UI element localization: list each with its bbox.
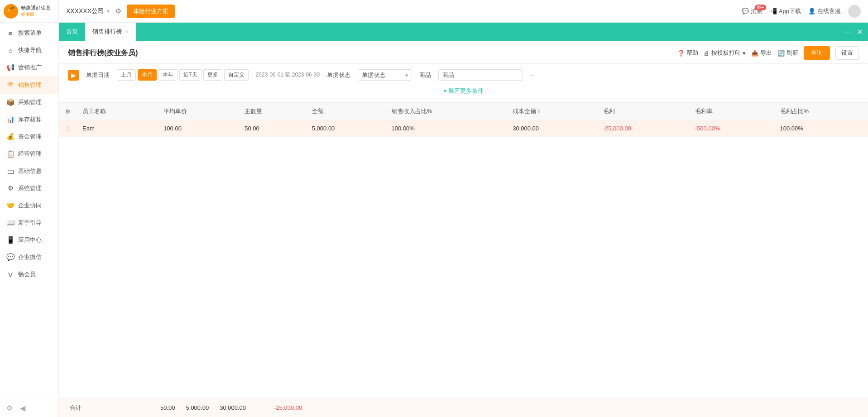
- online-service-button[interactable]: 👤 在线客服: [808, 7, 841, 15]
- trial-button[interactable]: 体验行业方案: [127, 5, 175, 18]
- sidebar-item-marketing[interactable]: 📢 营销推广: [0, 59, 58, 76]
- date-btn-last-month[interactable]: 上月: [117, 69, 136, 81]
- date-btn-this-month[interactable]: 本月: [138, 69, 157, 81]
- system-icon: ⚙: [6, 184, 14, 192]
- goods-label: 商品: [419, 71, 431, 79]
- sidebar-item-system[interactable]: ⚙ 系统管理: [0, 180, 58, 197]
- status-select[interactable]: 单据状态: [358, 69, 412, 81]
- sidebar-bottom: ⚙ ◀: [0, 399, 58, 417]
- sidebar-item-sales[interactable]: 销售管理: [0, 76, 58, 94]
- col-main-qty: 主数量: [239, 103, 306, 120]
- date-btn-7days[interactable]: 近7天: [179, 69, 201, 81]
- basics-icon: 🗃: [6, 168, 14, 175]
- sidebar-item-label: 采购管理: [18, 98, 42, 106]
- filter-toggle-arrow[interactable]: ▶: [68, 70, 79, 81]
- col-cost: 成本全额 ℹ: [507, 103, 597, 120]
- sidebar-item-finance[interactable]: 💰 资金管理: [0, 128, 58, 145]
- sidebar-item-label: 库存核算: [18, 115, 42, 124]
- service-icon: 👤: [808, 8, 815, 14]
- date-label: 单据日期: [86, 71, 110, 79]
- page-title: 销售排行榜(按业务员): [68, 48, 138, 58]
- cell-cost: 30,000.00: [507, 120, 597, 137]
- data-table: ⚙ 员工名称 平均单价 主数量 全额 销售收入占比% 成本全额 ℹ 毛利 毛利率…: [59, 103, 868, 137]
- collapse-icon[interactable]: ◀: [20, 404, 25, 412]
- inventory-icon: 📊: [6, 115, 14, 124]
- sidebar-item-purchase[interactable]: 📦 采购管理: [0, 94, 58, 111]
- tab-close-icon[interactable]: ×: [125, 29, 129, 35]
- tab-sales-ranking[interactable]: 销售排行榜 ×: [85, 23, 136, 41]
- column-settings-icon: ⚙: [65, 108, 71, 115]
- search-menu-icon: ≡: [6, 29, 14, 37]
- message-button[interactable]: 💬 消息 99+: [742, 7, 762, 15]
- date-btn-more[interactable]: 更多: [203, 69, 222, 81]
- minimize-icon[interactable]: —: [844, 28, 851, 36]
- col-settings[interactable]: ⚙: [59, 103, 77, 120]
- expand-more-button[interactable]: ▾ 展开更多条件: [444, 85, 484, 97]
- sidebar-item-basics[interactable]: 🗃 基础信息: [0, 163, 58, 180]
- tab-home[interactable]: 首页: [59, 23, 85, 41]
- table-row: 1 Eam 100.00 50.00 5,000.00 100.00% 30,0…: [59, 120, 868, 137]
- settings-bottom-icon[interactable]: ⚙: [6, 404, 13, 412]
- settings-icon[interactable]: ⚙: [115, 7, 121, 15]
- help-button[interactable]: ❓ 帮助: [677, 49, 698, 57]
- sidebar-item-label: 新手引导: [18, 219, 42, 227]
- expand-chevron-icon: ▾: [444, 88, 446, 94]
- date-range-display: 2023-06-01 至 2023-06-30: [256, 71, 320, 79]
- purchase-icon: 📦: [6, 98, 14, 106]
- sidebar-item-inventory[interactable]: 📊 库存核算: [0, 111, 58, 128]
- company-name: XXXXXX公司: [66, 7, 104, 15]
- filter-row-1: ▶ 单据日期 上月 本月 本年 近7天 更多 自定义 2023-06-01 至 …: [68, 69, 859, 81]
- date-btn-this-year[interactable]: 本年: [158, 69, 177, 81]
- sidebar-item-apps[interactable]: 📱 应用中心: [0, 231, 58, 249]
- operations-icon: 📋: [6, 150, 14, 158]
- sidebar-item-collab[interactable]: 🤝 企业协同: [0, 197, 58, 214]
- company-dropdown-arrow: ▾: [107, 8, 110, 14]
- user-avatar[interactable]: [848, 5, 861, 18]
- logo-area: 🍊 畅康通好生意 标准版: [0, 0, 58, 23]
- sidebar-item-label: 企业微信: [18, 253, 42, 261]
- main-content: XXXXXX公司 ▾ ⚙ 体验行业方案 💬 消息 99+ 📲 App下载 👤 在…: [59, 0, 868, 417]
- finance-icon: 💰: [6, 133, 14, 141]
- expand-more-label: 展开更多条件: [448, 87, 484, 95]
- more-filters-dots[interactable]: ···: [530, 72, 535, 78]
- page-header: 销售排行榜(按业务员) ❓ 帮助 🖨 按模板打印 ▾ 📤 导出 🔄 刷新: [59, 41, 868, 64]
- sidebar-item-label: 经营管理: [18, 150, 42, 158]
- export-button[interactable]: 📤 导出: [751, 49, 772, 57]
- col-gross-pct: 毛利占比%: [775, 103, 868, 120]
- cell-gross: -25,000.00: [598, 120, 690, 137]
- wechat-icon: 💬: [6, 253, 14, 261]
- sidebar-item-operations[interactable]: 📋 经营管理: [0, 145, 58, 163]
- table-area: ⚙ 员工名称 平均单价 主数量 全额 销售收入占比% 成本全额 ℹ 毛利 毛利率…: [59, 103, 868, 398]
- app-icon: 📲: [770, 8, 777, 14]
- date-btn-custom[interactable]: 自定义: [224, 69, 249, 81]
- footer-total: 5,000.00: [181, 404, 215, 411]
- app-download-button[interactable]: 📲 App下载: [770, 7, 801, 15]
- filter-row-expand: ▾ 展开更多条件: [68, 85, 859, 97]
- tab-bar: 首页 销售排行榜 × — ✕: [59, 23, 868, 41]
- col-total: 全额: [307, 103, 386, 120]
- page-actions: ❓ 帮助 🖨 按模板打印 ▾ 📤 导出 🔄 刷新 查询 设置: [677, 46, 859, 60]
- sidebar-item-wechat[interactable]: 💬 企业微信: [0, 249, 58, 266]
- refresh-button[interactable]: 🔄 刷新: [777, 49, 798, 57]
- sidebar-item-label: 系统管理: [18, 184, 42, 192]
- sidebar-item-quicknav[interactable]: ⌂ 快捷导航: [0, 42, 58, 59]
- cost-help-icon: ℹ: [538, 108, 540, 115]
- table-header-row: ⚙ 员工名称 平均单价 主数量 全额 销售收入占比% 成本全额 ℹ 毛利 毛利率…: [59, 103, 868, 120]
- refresh-icon: 🔄: [777, 50, 785, 57]
- collab-icon: 🤝: [6, 201, 14, 210]
- close-window-icon[interactable]: ✕: [857, 28, 863, 36]
- cell-rank: 1: [59, 120, 77, 137]
- print-icon: 🖨: [704, 50, 710, 57]
- settings-button[interactable]: 设置: [835, 46, 859, 60]
- print-button[interactable]: 🖨 按模板打印 ▾: [704, 49, 746, 57]
- sidebar-item-guide[interactable]: 📖 新手引导: [0, 214, 58, 231]
- sidebar-item-search[interactable]: ≡ 搜索菜单: [0, 24, 58, 42]
- col-avg-price: 平均单价: [158, 103, 239, 120]
- help-icon: ❓: [677, 50, 685, 57]
- goods-input[interactable]: [438, 69, 523, 81]
- query-button[interactable]: 查询: [804, 46, 830, 60]
- sidebar-item-member[interactable]: V 畅会员: [0, 266, 58, 283]
- message-icon: 💬: [742, 8, 749, 14]
- company-selector[interactable]: XXXXXX公司 ▾: [66, 7, 110, 15]
- filter-area: ▶ 单据日期 上月 本月 本年 近7天 更多 自定义 2023-06-01 至 …: [59, 64, 868, 103]
